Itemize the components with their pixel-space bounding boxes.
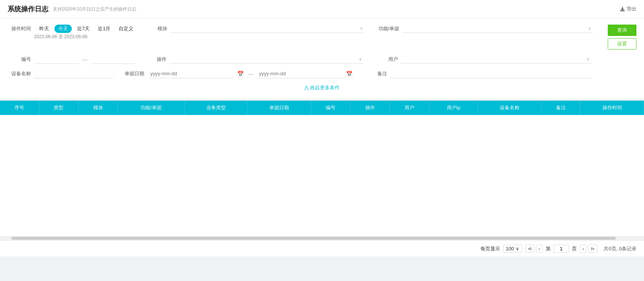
- query-button[interactable]: 查询: [608, 25, 636, 36]
- time-btn-today[interactable]: 今天: [54, 25, 72, 33]
- next-page-button[interactable]: ›: [580, 245, 587, 253]
- doc-date-from-input[interactable]: [149, 69, 234, 78]
- action-buttons: 查询 设置: [608, 25, 636, 50]
- doc-date-to-input[interactable]: [258, 69, 343, 78]
- user-label: 用户: [371, 56, 401, 63]
- page-number-input[interactable]: [554, 245, 569, 253]
- operation-label: 操作: [143, 56, 170, 63]
- number-input-to[interactable]: [90, 55, 136, 64]
- col-device: 设备名称: [478, 101, 541, 115]
- remark-input[interactable]: [390, 69, 591, 78]
- horizontal-scrollbar[interactable]: [0, 236, 644, 241]
- col-type: 类型: [39, 101, 78, 115]
- page-size-chevron-icon: ∨: [516, 246, 519, 252]
- date-range-text: 2023-06-06 至 2023-06-06: [34, 34, 136, 40]
- data-table: 序号 类型 模块 功能/单据 业务类型 单据日期 编号 操作 用户 用户ip 设…: [0, 101, 644, 115]
- operation-select[interactable]: ∨: [170, 55, 363, 64]
- prev-page-button[interactable]: ‹: [536, 245, 543, 253]
- number-dash: —: [82, 57, 87, 62]
- svg-rect-2: [622, 7, 623, 9]
- page-size-select[interactable]: 100 ∨: [503, 245, 522, 253]
- doc-date-dash: —: [248, 71, 253, 77]
- time-button-group: 昨天 今天 近7天 近1月 自定义: [36, 25, 136, 33]
- collapse-icon: ⋀: [304, 85, 309, 90]
- col-function: 功能/单据: [118, 101, 184, 115]
- collapse-bar[interactable]: ⋀ 收起更多条件: [8, 81, 636, 93]
- col-number: 编号: [311, 101, 350, 115]
- col-op-time: 操作时间: [581, 101, 644, 115]
- export-icon: [620, 6, 625, 12]
- col-operation: 操作: [350, 101, 389, 115]
- page-subtitle: 支持2020年10月31日之后产生的操作日志: [53, 6, 136, 12]
- device-label: 设备名称: [8, 70, 34, 77]
- settings-button[interactable]: 设置: [608, 38, 636, 50]
- col-module: 模块: [79, 101, 118, 115]
- time-btn-1month[interactable]: 近1月: [95, 25, 113, 33]
- col-remark: 备注: [541, 101, 581, 115]
- page-title: 系统操作日志: [8, 5, 48, 14]
- filter-area: 操作时间 昨天 今天 近7天 近1月 自定义 2023-06-06 至 2023…: [0, 19, 644, 99]
- table-area: 序号 类型 模块 功能/单据 业务类型 单据日期 编号 操作 用户 用户ip 设…: [0, 101, 644, 236]
- operation-chevron-icon: ∨: [359, 57, 362, 62]
- time-btn-7days[interactable]: 近7天: [74, 25, 93, 33]
- function-select[interactable]: ∨: [402, 25, 593, 33]
- page-size-value: 100: [506, 246, 514, 252]
- col-biz-type: 业务类型: [184, 101, 247, 115]
- device-input[interactable]: [34, 69, 113, 78]
- page-unit: 页: [572, 245, 577, 252]
- last-page-button[interactable]: ⊳: [588, 245, 598, 253]
- module-chevron-icon: ∨: [360, 26, 363, 31]
- col-user-ip: 用户ip: [429, 101, 478, 115]
- page-size-label: 每页显示: [480, 245, 500, 252]
- page-header: 系统操作日志 支持2020年10月31日之后产生的操作日志 导出: [0, 0, 644, 19]
- pagination-nav: ⊲ ‹ 第 页 › ⊳: [525, 245, 598, 253]
- function-chevron-icon: ∨: [588, 26, 591, 31]
- time-btn-custom[interactable]: 自定义: [116, 25, 136, 33]
- function-label: 功能/单据: [372, 25, 402, 32]
- table-header-row: 序号 类型 模块 功能/单据 业务类型 单据日期 编号 操作 用户 用户ip 设…: [0, 101, 644, 115]
- page-label: 第: [546, 245, 551, 252]
- col-doc-date: 单据日期: [248, 101, 311, 115]
- empty-area: [0, 115, 644, 236]
- pagination-bar: 每页显示 100 ∨ ⊲ ‹ 第 页 › ⊳ 共0页, 0条记录: [0, 241, 644, 256]
- calendar-from-icon[interactable]: 📅: [237, 71, 244, 77]
- scrollbar-thumb[interactable]: [11, 237, 616, 240]
- table-header: 序号 类型 模块 功能/单据 业务类型 单据日期 编号 操作 用户 用户ip 设…: [0, 101, 644, 115]
- svg-rect-1: [620, 11, 625, 12]
- calendar-to-icon[interactable]: 📅: [346, 71, 352, 77]
- user-select[interactable]: ∨: [401, 55, 591, 64]
- remark-label: 备注: [360, 70, 390, 77]
- number-label: 编号: [8, 56, 34, 63]
- user-chevron-icon: ∨: [587, 57, 590, 62]
- col-index: 序号: [0, 101, 39, 115]
- number-input-from[interactable]: [34, 55, 79, 64]
- first-page-button[interactable]: ⊲: [525, 245, 534, 253]
- col-user: 用户: [390, 101, 429, 115]
- time-label: 操作时间: [8, 25, 34, 32]
- total-text: 共0页, 0条记录: [604, 245, 636, 252]
- collapse-label: 收起更多条件: [310, 85, 340, 90]
- time-btn-yesterday[interactable]: 昨天: [36, 25, 52, 33]
- module-select[interactable]: ∨: [170, 25, 364, 33]
- doc-date-label: 单据日期: [121, 70, 147, 77]
- export-button[interactable]: 导出: [620, 6, 636, 12]
- module-label: 模块: [144, 25, 170, 32]
